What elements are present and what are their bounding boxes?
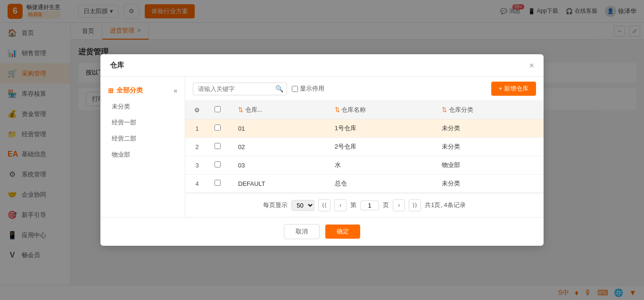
modal-category-sidebar: ⊞ 全部分类 « 未分类 经营一部 经营二部 物业部: [100, 77, 185, 217]
th-category: ⇅ 仓库分类: [436, 101, 544, 119]
row-category: 未分类: [436, 175, 544, 193]
all-category-label: 全部分类: [116, 86, 143, 95]
row-name: 水: [329, 156, 437, 175]
prev-page-button[interactable]: ‹: [334, 199, 347, 211]
row-name: 2号仓库: [329, 138, 437, 156]
page-suffix: 页: [383, 201, 389, 209]
category-item-1[interactable]: 经营一部: [100, 115, 185, 131]
row-num: 4: [185, 175, 209, 193]
first-page-button[interactable]: ⟨⟨: [318, 199, 330, 211]
row-num: 2: [185, 138, 209, 156]
per-page-select[interactable]: 50: [291, 200, 314, 211]
row-category: 未分类: [436, 119, 544, 138]
row-check[interactable]: [209, 156, 232, 175]
table-row[interactable]: 1 01 1号仓库 未分类: [185, 119, 544, 138]
row-num: 1: [185, 119, 209, 138]
sort-icon-cat: ⇅: [442, 106, 447, 113]
collapse-icon[interactable]: «: [173, 87, 177, 94]
all-category-header[interactable]: ⊞ 全部分类 «: [100, 83, 185, 99]
modal-title: 仓库: [110, 61, 124, 70]
select-all-checkbox[interactable]: [215, 106, 221, 112]
modal-toolbar: 🔍 显示停用 + 新增仓库: [185, 77, 544, 101]
modal-body: ⊞ 全部分类 « 未分类 经营一部 经营二部 物业部 🔍: [100, 77, 544, 217]
warehouse-table-wrap: ⚙ ⇅ 仓库... ⇅: [185, 101, 544, 193]
th-code: ⇅ 仓库...: [232, 101, 329, 119]
row-checkbox[interactable]: [215, 125, 221, 131]
row-code: 01: [232, 119, 329, 138]
grid-icon: ⊞: [108, 87, 114, 94]
modal-close-button[interactable]: ×: [529, 61, 534, 70]
show-disabled-checkbox-label[interactable]: 显示停用: [292, 84, 324, 93]
page-label: 第: [350, 201, 356, 209]
sort-icon-name: ⇅: [335, 106, 340, 113]
table-body: 1 01 1号仓库 未分类 2 02 2号仓库: [185, 119, 544, 193]
settings-icon: ⚙: [194, 107, 200, 114]
th-settings: ⚙: [185, 101, 209, 119]
row-check[interactable]: [209, 138, 232, 156]
table-header: ⚙ ⇅ 仓库... ⇅: [185, 101, 544, 119]
per-page-label: 每页显示: [263, 201, 288, 209]
cancel-button[interactable]: 取消: [284, 224, 320, 239]
row-code: DEFAULT: [232, 175, 329, 193]
modal-overlay: 仓库 × ⊞ 全部分类 « 未分类 经营一部 经营二部 物业部: [0, 0, 644, 300]
row-category: 物业部: [436, 156, 544, 175]
next-page-button[interactable]: ›: [393, 199, 405, 211]
search-input-wrap: 🔍: [193, 83, 287, 95]
row-checkbox[interactable]: [215, 180, 221, 186]
row-code: 03: [232, 156, 329, 175]
warehouse-modal: 仓库 × ⊞ 全部分类 « 未分类 经营一部 经营二部 物业部: [100, 54, 544, 246]
last-page-button[interactable]: ⟩⟩: [409, 199, 421, 211]
th-name: ⇅ 仓库名称: [329, 101, 437, 119]
row-num: 3: [185, 156, 209, 175]
row-check[interactable]: [209, 175, 232, 193]
row-code: 02: [232, 138, 329, 156]
search-input[interactable]: [193, 83, 287, 95]
category-item-0[interactable]: 未分类: [100, 99, 185, 115]
row-name: 总仓: [329, 175, 437, 193]
table-row[interactable]: 3 03 水 物业部: [185, 156, 544, 175]
table-row[interactable]: 2 02 2号仓库 未分类: [185, 138, 544, 156]
search-icon[interactable]: 🔍: [275, 85, 283, 92]
warehouse-table: ⚙ ⇅ 仓库... ⇅: [185, 101, 544, 193]
th-checkbox: [209, 101, 232, 119]
add-warehouse-button[interactable]: + 新增仓库: [491, 82, 536, 96]
show-disabled-checkbox[interactable]: [292, 86, 298, 92]
page-input[interactable]: [360, 200, 379, 210]
table-row[interactable]: 4 DEFAULT 总仓 未分类: [185, 175, 544, 193]
modal-main-panel: 🔍 显示停用 + 新增仓库 ⚙: [185, 77, 544, 217]
show-disabled-label: 显示停用: [300, 84, 324, 93]
row-checkbox[interactable]: [215, 143, 221, 149]
modal-pagination: 每页显示 50 ⟨⟨ ‹ 第 页 › ⟩⟩ 共1页, 4条记录: [185, 193, 544, 217]
category-item-2[interactable]: 经营二部: [100, 131, 185, 147]
row-check[interactable]: [209, 119, 232, 138]
row-name: 1号仓库: [329, 119, 437, 138]
row-category: 未分类: [436, 138, 544, 156]
sort-icon-code: ⇅: [238, 106, 243, 113]
modal-header: 仓库 ×: [100, 54, 544, 77]
modal-footer: 取消 确定: [100, 217, 544, 246]
confirm-button[interactable]: 确定: [325, 225, 360, 239]
total-records: 共1页, 4条记录: [425, 201, 466, 209]
category-item-3[interactable]: 物业部: [100, 147, 185, 163]
row-checkbox[interactable]: [215, 161, 221, 167]
